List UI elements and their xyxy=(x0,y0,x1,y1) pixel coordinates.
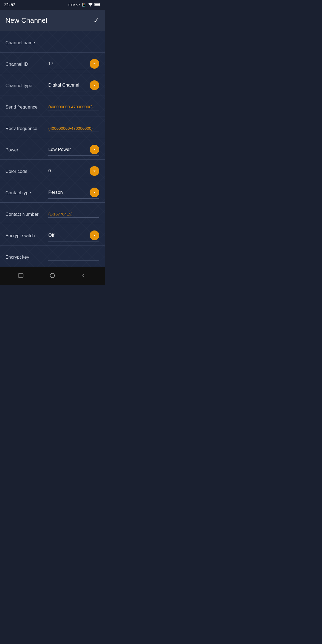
label-encrypt-switch: Encrypt switch xyxy=(5,233,48,239)
value-wrap-channel-type[interactable]: Digital Channel xyxy=(48,80,99,91)
value-color-code: 0 xyxy=(48,168,51,174)
dropdown-contact-type[interactable] xyxy=(90,188,99,197)
label-send-frequence: Send frequence xyxy=(5,104,48,110)
value-wrap-channel-name[interactable]: _ xyxy=(48,40,99,46)
field-row-channel-id: Channel ID17 xyxy=(0,53,105,74)
status-icons: 0.0Kb/s 📳 xyxy=(68,3,100,7)
dropdown-channel-id[interactable] xyxy=(90,59,99,69)
value-channel-id: 17 xyxy=(48,61,53,66)
field-row-channel-name: Channel name_ xyxy=(0,31,105,53)
svg-rect-2 xyxy=(100,4,100,5)
app-bar: New Channel ✓ xyxy=(0,10,105,31)
form-content: Channel name_Channel ID17Channel typeDig… xyxy=(0,31,105,267)
label-channel-id: Channel ID xyxy=(5,61,48,67)
value-encrypt-switch: Off xyxy=(48,233,54,238)
field-row-contact-number: Contact Number(1-16776415) xyxy=(0,203,105,224)
value-wrap-encrypt-key[interactable]: _ xyxy=(48,254,99,261)
field-row-send-frequence: Send frequence(400000000-470000000) xyxy=(0,95,105,117)
value-channel-type: Digital Channel xyxy=(48,83,79,88)
value-wrap-contact-type[interactable]: Person xyxy=(48,188,99,199)
value-wrap-contact-number: (1-16776415) xyxy=(48,212,99,218)
value-wrap-channel-id[interactable]: 17 xyxy=(48,59,99,70)
value-contact-number: (1-16776415) xyxy=(48,212,72,216)
svg-rect-3 xyxy=(95,3,99,6)
page-title: New Channel xyxy=(5,16,47,25)
value-channel-name: _ xyxy=(48,40,51,45)
status-time: 21:57 xyxy=(4,2,15,7)
label-contact-type: Contact type xyxy=(5,190,48,196)
dropdown-channel-type[interactable] xyxy=(90,80,99,90)
field-row-color-code: Color code0 xyxy=(0,160,105,181)
label-channel-name: Channel name xyxy=(5,40,48,46)
field-row-contact-type: Contact typePerson xyxy=(0,181,105,203)
value-power: Low Power xyxy=(48,147,71,152)
label-power: Power xyxy=(5,147,48,153)
wifi-icon xyxy=(88,3,93,7)
value-wrap-color-code[interactable]: 0 xyxy=(48,166,99,177)
nav-square-button[interactable] xyxy=(18,273,24,280)
svg-rect-4 xyxy=(19,273,23,278)
value-encrypt-key: _ xyxy=(48,254,51,259)
field-row-power: PowerLow Power xyxy=(0,138,105,160)
value-wrap-power[interactable]: Low Power xyxy=(48,145,99,156)
field-row-encrypt-switch: Encrypt switchOff xyxy=(0,224,105,245)
label-channel-type: Channel type xyxy=(5,83,48,89)
bottom-navigation xyxy=(0,267,105,285)
value-wrap-encrypt-switch[interactable]: Off xyxy=(48,230,99,241)
value-recv-frequence: (400000000-470000000) xyxy=(48,126,93,131)
status-bar: 21:57 0.0Kb/s 📳 xyxy=(0,0,105,10)
label-recv-frequence: Recv frequence xyxy=(5,126,48,132)
field-row-recv-frequence: Recv frequence(400000000-470000000) xyxy=(0,117,105,138)
dropdown-color-code[interactable] xyxy=(90,166,99,176)
nav-circle-button[interactable] xyxy=(49,273,55,280)
vibrate-icon: 📳 xyxy=(82,3,86,7)
network-speed: 0.0Kb/s xyxy=(68,3,80,7)
field-row-channel-type: Channel typeDigital Channel xyxy=(0,74,105,95)
value-wrap-send-frequence: (400000000-470000000) xyxy=(48,105,99,110)
svg-point-0 xyxy=(90,6,91,6)
value-send-frequence: (400000000-470000000) xyxy=(48,105,93,109)
label-color-code: Color code xyxy=(5,169,48,174)
label-encrypt-key: Encrypt key xyxy=(5,254,48,260)
svg-point-5 xyxy=(50,273,55,278)
value-contact-type: Person xyxy=(48,190,63,195)
battery-icon xyxy=(94,3,100,7)
value-wrap-recv-frequence: (400000000-470000000) xyxy=(48,126,99,132)
label-contact-number: Contact Number xyxy=(5,211,48,217)
dropdown-power[interactable] xyxy=(90,145,99,154)
confirm-button[interactable]: ✓ xyxy=(93,16,99,25)
dropdown-encrypt-switch[interactable] xyxy=(90,230,99,240)
nav-back-button[interactable] xyxy=(81,273,87,280)
field-row-encrypt-key: Encrypt key_ xyxy=(0,245,105,267)
